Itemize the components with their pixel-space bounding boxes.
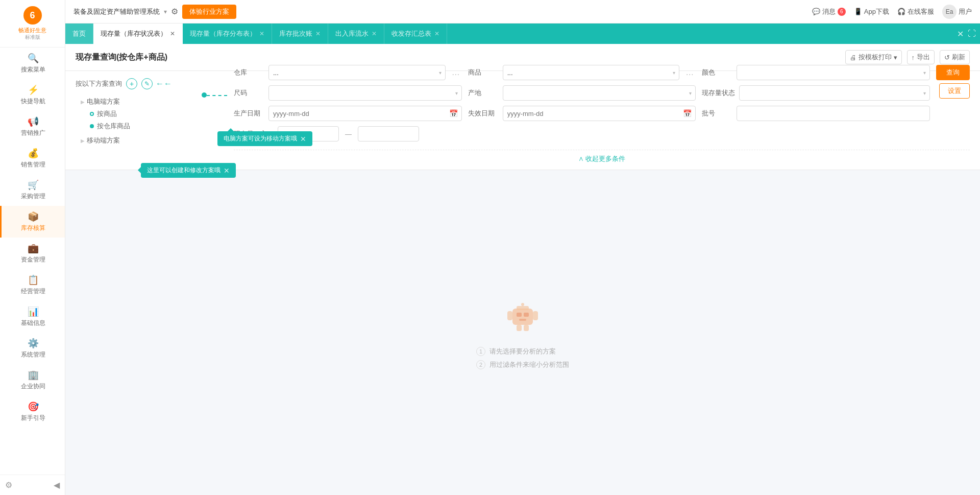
tab-receipt-summary[interactable]: 收发存汇总表 ✕: [384, 23, 447, 44]
warehouse-ellipsis[interactable]: …: [450, 68, 462, 77]
experience-industry-btn[interactable]: 体验行业方案: [182, 5, 236, 19]
page-title: 现存量查询(按仓库+商品): [76, 52, 167, 63]
collapse-arrow-icon: ∧: [578, 155, 584, 162]
production-date-input[interactable]: [268, 106, 462, 121]
production-date-label: 生产日期: [234, 109, 264, 118]
print-template-btn[interactable]: 🖨 按模板打印 ▾: [845, 50, 902, 64]
mobile-icon: 📱: [854, 8, 862, 15]
refresh-btn[interactable]: ↺ 刷新: [940, 50, 970, 64]
connector-line: [207, 95, 227, 96]
operation-icon: 📋: [28, 274, 39, 286]
sidebar-item-finance[interactable]: 💼 资金管理: [0, 238, 65, 269]
plan-label-by-warehouse-product: 按仓库商品: [97, 122, 130, 131]
sidebar-item-basic-info[interactable]: 📊 基础信息: [0, 301, 65, 333]
tab-inventory-distribution[interactable]: 现存量（库存分布表） ✕: [183, 23, 272, 44]
sidebar-item-label-search-menu: 搜索菜单: [21, 65, 45, 74]
export-btn[interactable]: ↑ 导出: [907, 50, 935, 64]
sidebar-item-inventory[interactable]: 📦 库存核算: [0, 206, 65, 238]
tab-fullscreen-btn[interactable]: ⛶: [968, 29, 976, 38]
basic-info-icon: 📊: [28, 306, 39, 317]
origin-select[interactable]: [503, 85, 696, 101]
empty-state-icon: [502, 296, 543, 337]
filter-row-2: 尺码 ▾ 产地: [234, 85, 930, 101]
warehouse-select[interactable]: ...: [268, 65, 446, 80]
filter-batch-no: 批号: [702, 106, 930, 121]
sidebar-item-sales[interactable]: 💰 销售管理: [0, 143, 65, 174]
sidebar-item-label-marketing: 营销推广: [21, 129, 45, 137]
collapse-conditions-btn[interactable]: ∧ 收起更多条件: [234, 150, 970, 166]
sidebar-item-label-purchase: 采购管理: [21, 192, 45, 201]
home-tab-label: 首页: [72, 29, 86, 38]
tab-close-all-btn[interactable]: ✕: [957, 29, 964, 39]
filter-fields: 仓库 ... ▾ … 商品: [234, 65, 930, 147]
tab-close-inventory-status[interactable]: ✕: [170, 30, 175, 37]
tooltip-plan-close[interactable]: ✕: [300, 135, 306, 143]
tab-close-receipt-summary[interactable]: ✕: [434, 30, 439, 37]
page-header-actions: 🖨 按模板打印 ▾ ↑ 导出 ↺ 刷新: [845, 50, 970, 64]
tab-close-inout-flow[interactable]: ✕: [372, 30, 377, 37]
message-badge: 6: [838, 8, 846, 16]
expiry-date-input[interactable]: [503, 106, 696, 121]
user-profile-btn[interactable]: Ea 用户: [942, 5, 972, 19]
sidebar-item-quick-nav[interactable]: ⚡ 快捷导航: [0, 79, 65, 111]
back-arrow-btn[interactable]: ←←: [156, 79, 172, 88]
sidebar-item-operation[interactable]: 📋 经营管理: [0, 269, 65, 301]
receipt-summary-tab-label: 收发存汇总表: [391, 29, 431, 38]
svg-rect-0: [512, 309, 533, 325]
expiry-date-label: 失效日期: [468, 109, 499, 118]
empty-state: 1 请先选择要分析的方案 2 用过滤条件来缩小分析范围: [65, 170, 980, 495]
messages-btn[interactable]: 💬 消息 6: [812, 7, 846, 16]
online-support-btn[interactable]: 🎧 在线客服: [897, 7, 934, 16]
collapse-conditions-label: 收起更多条件: [585, 155, 625, 162]
filter-expiry-date: 失效日期 📅: [468, 106, 696, 121]
sales-icon: 💰: [28, 148, 39, 159]
system-dropdown-arrow[interactable]: ▾: [164, 8, 167, 15]
sidebar-item-enterprise[interactable]: 🏢 企业协同: [0, 364, 65, 396]
pc-plans-arrow: ▶: [81, 99, 85, 105]
tab-inventory-status[interactable]: 现存量（库存状况表） ✕: [93, 23, 183, 44]
product-ellipsis[interactable]: …: [683, 68, 696, 77]
plan-label-by-product: 按商品: [97, 109, 117, 119]
tab-inout-flow[interactable]: 出入库流水 ✕: [328, 23, 384, 44]
expiry-date-wrapper: 📅: [503, 106, 696, 121]
settings-gear-btn[interactable]: ⚙: [171, 7, 178, 16]
product-select[interactable]: ...: [503, 65, 680, 80]
sidebar-item-label-beginner: 新手引导: [21, 414, 45, 422]
color-select[interactable]: [737, 65, 930, 80]
size-select[interactable]: [268, 85, 462, 101]
sidebar-item-label-inventory: 库存核算: [21, 224, 45, 232]
size-select-wrapper: ▾: [268, 85, 462, 101]
avatar: Ea: [942, 5, 957, 19]
warehouse-select-wrapper: ... ▾: [268, 65, 446, 80]
connector-dot: [202, 92, 207, 98]
sidebar-item-search-menu[interactable]: 🔍 搜索菜单: [0, 48, 65, 79]
avatar-text: Ea: [946, 8, 953, 15]
tab-bar: 首页 现存量（库存状况表） ✕ 现存量（库存分布表） ✕ 库存批次账 ✕ 出入库…: [65, 23, 980, 44]
collapse-sidebar-btn[interactable]: ◀: [54, 480, 60, 490]
stock-qty-max-input[interactable]: [358, 126, 419, 142]
sidebar-item-marketing[interactable]: 📢 营销推广: [0, 111, 65, 143]
tab-inventory-batch[interactable]: 库存批次账 ✕: [272, 23, 328, 44]
sidebar-item-label-quick-nav: 快捷导航: [21, 97, 45, 106]
stock-status-select-wrapper: ▾: [739, 85, 930, 101]
tab-home[interactable]: 首页: [65, 23, 93, 44]
app-download-btn[interactable]: 📱 App下载: [854, 7, 889, 16]
empty-steps: 1 请先选择要分析的方案 2 用过滤条件来缩小分析范围: [476, 347, 569, 369]
svg-rect-2: [524, 313, 529, 317]
batch-no-input[interactable]: [737, 106, 930, 121]
batch-no-label: 批号: [702, 109, 732, 118]
edit-plan-btn[interactable]: ✎: [141, 78, 153, 89]
header-left: 装备及固定资产辅助管理系统 ▾ ⚙ 体验行业方案: [74, 5, 236, 19]
sidebar-item-beginner[interactable]: 🎯 新手引导: [0, 396, 65, 428]
sidebar-item-purchase[interactable]: 🛒 采购管理: [0, 174, 65, 206]
settings-bottom-btn[interactable]: ⚙: [5, 480, 12, 490]
search-menu-icon: 🔍: [28, 53, 39, 64]
tab-close-inventory-distribution[interactable]: ✕: [259, 30, 264, 37]
origin-select-wrapper: ▾: [503, 85, 696, 101]
add-plan-btn[interactable]: +: [126, 78, 137, 89]
stock-status-select[interactable]: [739, 85, 930, 101]
header-right: 💬 消息 6 📱 App下载 🎧 在线客服 Ea 用户: [812, 5, 972, 19]
sidebar-item-system[interactable]: ⚙️ 系统管理: [0, 333, 65, 364]
tab-close-inventory-batch[interactable]: ✕: [315, 30, 321, 37]
tooltip-create-close[interactable]: ✕: [224, 167, 230, 175]
